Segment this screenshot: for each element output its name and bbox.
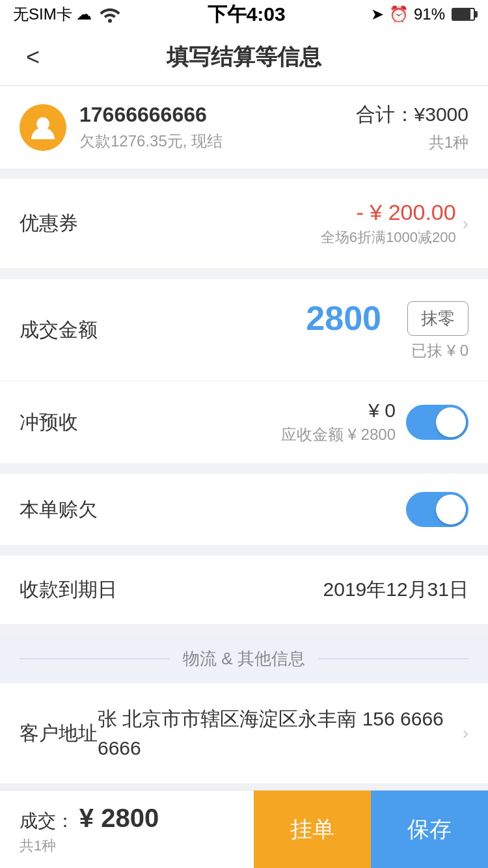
customer-total: 合计：¥3000 共1种 [356, 102, 468, 153]
total-amount: 合计：¥3000 [356, 102, 468, 128]
total-count: 共1种 [356, 132, 468, 153]
bottom-summary: 成交： ¥ 2800 共1种 [0, 804, 254, 856]
bottom-bar: 成交： ¥ 2800 共1种 挂单 保存 [0, 790, 488, 868]
bottom-count: 共1种 [20, 836, 234, 856]
address-value: 张 北京市市辖区海淀区永丰南 156 6666 6666 [98, 704, 456, 763]
logistics-label: 物流 & 其他信息 [170, 647, 318, 670]
bottom-deal-amount: ¥ 2800 [79, 804, 159, 832]
status-bar: 无SIM卡 ☁ 下午4:03 ➤ ⏰ 91% [0, 0, 488, 29]
prepay-row: 冲预收 ¥ 0 应收金额 ¥ 2800 [0, 381, 488, 463]
hang-button[interactable]: 挂单 [254, 791, 371, 869]
prepay-label: 冲预收 [20, 409, 281, 436]
prepay-toggle[interactable] [406, 405, 468, 440]
location-icon: ➤ [371, 5, 384, 23]
due-date-row: 收款到期日 2019年12月31日 [0, 556, 488, 624]
divider-3 [0, 545, 488, 556]
prepay-sub: 应收金额 ¥ 2800 [281, 424, 396, 445]
bottom-deal-row: 成交： ¥ 2800 [20, 804, 234, 834]
customer-debt: 欠款1276.35元, 现结 [79, 131, 356, 152]
status-bar-right: ➤ ⏰ 91% [371, 5, 475, 23]
nav-bar: < 填写结算等信息 [0, 29, 488, 86]
coupon-right: - ¥ 200.00 全场6折满1000减200 [321, 200, 456, 247]
deal-amount-row: 成交金额 2800 抹零 已抹 ¥ 0 [0, 279, 488, 381]
customer-row: 17666666666 欠款1276.35元, 现结 合计：¥3000 共1种 [0, 86, 488, 169]
coupon-discount: - ¥ 200.00 [321, 200, 456, 225]
prepay-value: ¥ 0 [281, 400, 396, 422]
coupon-desc: 全场6折满1000减200 [321, 228, 456, 247]
divider-4 [0, 624, 488, 634]
debt-row: 本单赊欠 [0, 474, 488, 545]
section-line-right [318, 658, 468, 659]
prepay-right: ¥ 0 应收金额 ¥ 2800 [281, 400, 396, 445]
sim-label: 无SIM卡 ☁ [13, 4, 92, 25]
status-bar-left: 无SIM卡 ☁ [13, 4, 122, 25]
logistics-section-header: 物流 & 其他信息 [0, 634, 488, 683]
coupon-row[interactable]: 优惠券 - ¥ 200.00 全场6折满1000减200 › [0, 179, 488, 269]
battery-icon [452, 8, 475, 21]
deal-amount-value: 2800 [306, 299, 381, 338]
back-button[interactable]: < [20, 37, 46, 77]
round-zero-button[interactable]: 抹零 [407, 301, 468, 336]
address-chevron-icon: › [463, 723, 468, 744]
due-date-label: 收款到期日 [20, 576, 323, 603]
divider-2 [0, 463, 488, 474]
bottom-deal-label: 成交： [20, 811, 74, 831]
avatar [20, 104, 66, 151]
alarm-icon: ⏰ [389, 5, 409, 23]
debt-toggle[interactable] [406, 492, 468, 527]
user-icon [29, 113, 57, 142]
address-label: 客户地址 [20, 720, 98, 747]
status-bar-time: 下午4:03 [208, 1, 286, 28]
deal-amount-group: 2800 抹零 已抹 ¥ 0 [306, 299, 468, 361]
deal-amount-sub: 已抹 ¥ 0 [306, 340, 468, 361]
due-date-value: 2019年12月31日 [323, 576, 468, 603]
coupon-label: 优惠券 [20, 210, 321, 237]
content-area: 17666666666 欠款1276.35元, 现结 合计：¥3000 共1种 … [0, 86, 488, 868]
divider-1 [0, 269, 488, 279]
debt-label: 本单赊欠 [20, 496, 406, 523]
battery-level: 91% [414, 5, 445, 23]
coupon-chevron-icon: › [463, 213, 468, 234]
customer-phone: 17666666666 [79, 103, 356, 127]
customer-info: 17666666666 欠款1276.35元, 现结 [79, 103, 356, 152]
save-button[interactable]: 保存 [371, 791, 488, 869]
section-line-left [20, 658, 170, 659]
deal-amount-label: 成交金额 [20, 317, 306, 344]
address-row[interactable]: 客户地址 张 北京市市辖区海淀区永丰南 156 6666 6666 › [0, 683, 488, 783]
page-title: 填写结算等信息 [167, 42, 321, 72]
wifi-icon [98, 6, 122, 23]
